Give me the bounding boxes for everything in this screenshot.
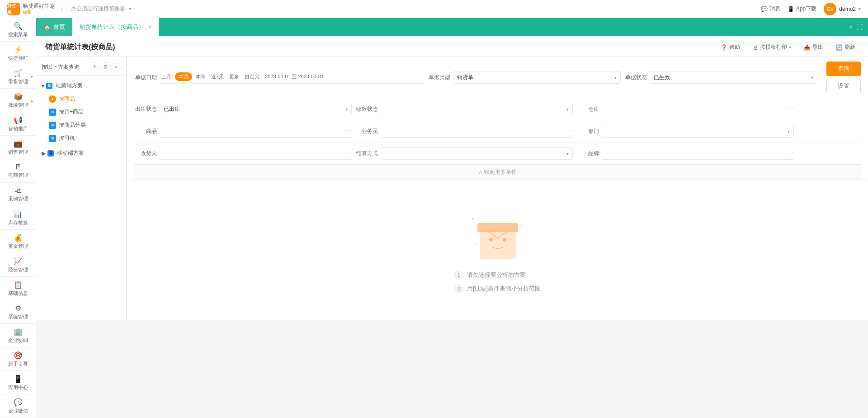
svg-text:✦: ✦ [519,223,523,228]
date-btn-this-month[interactable]: 本月 [175,72,192,81]
operations-icon: 📈 [14,257,23,266]
sidebar-item-ecommerce[interactable]: 🖥 电商管理 [0,159,36,183]
sidebar-item-label: 批发管理 [8,102,28,108]
fi-recipient-control[interactable]: ··· [160,147,352,160]
sidebar-item-retail[interactable]: 🛒 零售管理 ▾ [0,65,36,89]
sidebar-item-purchase[interactable]: 🛍 采购管理 [0,183,36,206]
app-subtitle: 标账 [23,10,55,15]
collapse-label: 收起更多条件 [484,169,517,175]
fi-doc-status-label: 单据状态 [624,74,647,81]
page-title: 销货单统计表(按商品) [45,43,115,52]
user-profile[interactable]: Ea demo2 ▾ [824,3,861,15]
fi-dept: 部门 ▾ [576,125,794,138]
marketing-icon: 📢 [14,116,23,124]
query-btn[interactable]: 查询 [826,62,861,76]
date-btn-7days[interactable]: 近7天 [209,72,226,81]
export-btn[interactable]: 📤 导出 [800,42,827,53]
fi-doc-type-control[interactable]: 销货单 ▾ [453,71,621,84]
scheme-item-by-month-product[interactable]: ⊞ 按月+商品 [36,105,126,119]
logo-icon: 好生意 [7,3,20,15]
scheme-item-by-category[interactable]: ⊞ 按商品分类 [36,119,126,132]
sidebar-item-finance[interactable]: 💰 资金管理 [0,230,36,253]
fi-doc-status-arrow: ▾ [811,75,813,80]
date-btn-last-month[interactable]: 上月 [160,72,173,81]
fi-product: 商品 ··· [134,125,352,138]
tab-home[interactable]: 🏠 首页 [36,18,72,36]
fi-product-control[interactable]: ··· [160,125,352,138]
message-btn[interactable]: 💬 消息 [761,5,780,13]
sidebar-item-label: 电商管理 [8,172,28,178]
sidebar-item-label: 库存核算 [8,220,28,226]
fi-warehouse-control[interactable]: ··· [602,103,794,115]
export-icon: 📤 [804,44,811,51]
sidebar-item-search-menu[interactable]: 🔍 搜索菜单 [0,18,36,42]
fi-out-status-arrow: ▾ [345,107,348,112]
date-btn-this-year[interactable]: 本年 [194,72,208,81]
sidebar-item-label: 营销推广 [8,126,28,132]
fi-settlement: 结算方式 ▾ [355,147,573,160]
scheme-settings-btn[interactable]: ⚙ [101,62,110,71]
main-layout: 🔍 搜索菜单 ⚡ 快捷导航 🛒 零售管理 ▾ 📦 批发管理 ▴ 📢 营销推广 💼… [0,18,868,418]
sidebar-item-operations[interactable]: 📈 经营管理 [0,253,36,277]
tab-maximize-btn[interactable]: ⛶ [856,24,863,31]
system-dropdown[interactable]: ▾ [129,6,132,12]
filter-row-1: 单据日期 上月 本月 本年 近7天 更多 自定义 2023-03-01 至 20… [134,57,861,98]
sidebar-item-newbie[interactable]: 🎯 新手引导 [0,347,36,371]
sidebar-item-inventory[interactable]: 📊 库存核算 [0,206,36,230]
tab-close-btn[interactable]: × [149,24,151,30]
fi-doc-status-control[interactable]: 已生效 ▾ [650,71,817,84]
export-label: 导出 [812,43,823,51]
sidebar-item-wholesale[interactable]: 📦 批发管理 ▴ [0,89,36,112]
fi-salesman-control[interactable]: ··· [381,125,573,138]
page-header: 销货单统计表(按商品) ❓ 帮助 🖨 按模板打印 ▾ 📤 导出 [36,36,868,57]
mobile-section-icon: 📱 [47,150,54,157]
tab-close-window-btn[interactable]: × [849,24,853,31]
fi-brand: 品牌 ··· [576,147,794,160]
main-body: 按以下方案查询 + ⚙ « ▾ 🖥 电脑端方案 [36,57,868,320]
fi-date-control[interactable]: 上月 本月 本年 近7天 更多 自定义 2023-03-01 至 2023-03… [160,71,424,84]
print-dropdown-icon: ▾ [789,45,791,50]
sidebar-item-sales[interactable]: 💼 销售管理 [0,136,36,159]
scheme-panel-title: 按以下方案查询 [42,63,80,71]
date-btn-more[interactable]: 更多 [227,72,241,81]
sidebar-item-marketing[interactable]: 📢 营销推广 [0,112,36,136]
help-btn[interactable]: ❓ 帮助 [717,42,744,53]
sidebar-item-system[interactable]: ⚙ 系统管理 [0,300,36,324]
system-name: 办公用品行业模拟账套 [71,5,125,13]
message-icon: 💬 [761,6,768,12]
fi-brand-dots: ··· [788,149,794,157]
app-center-icon: 📱 [14,375,23,383]
collapse-more-btn[interactable]: ∧ 收起更多条件 [134,164,861,180]
scheme-collapse-btn[interactable]: « [112,62,121,71]
scheme-item-by-product[interactable]: ● 按商品 [36,92,126,105]
avatar: Ea [824,3,836,15]
fi-dept-control[interactable]: ▾ [602,125,794,138]
sidebar-item-label: 零售管理 [8,79,28,85]
sidebar-item-wechat[interactable]: 💬 企业微信 [0,394,36,418]
sidebar-item-label: 企业微信 [8,408,28,414]
print-btn[interactable]: 🖨 按模板打印 ▾ [749,42,795,53]
fi-out-status-control[interactable]: 已出库 ▾ [160,103,352,115]
sidebar-item-label: 应用中心 [8,385,28,390]
help-icon: ❓ [721,44,727,51]
pc-section-icon: 🖥 [46,83,52,89]
settings-btn[interactable]: 设置 [826,79,861,93]
tab-active[interactable]: 销货单统计表（按商品） × [72,18,159,36]
scheme-add-btn[interactable]: + [90,62,99,71]
scheme-pc-section-header[interactable]: ▾ 🖥 电脑端方案 [36,79,126,92]
sidebar-item-label: 快捷导航 [8,55,28,61]
scheme-item-by-dept[interactable]: ⊞ 按司机 [36,132,126,145]
fi-settlement-control[interactable]: ▾ [381,147,573,160]
refresh-btn[interactable]: 🔄 刷新 [832,42,859,53]
fi-brand-control[interactable]: ··· [602,147,794,160]
scheme-mobile-section-header[interactable]: ▶ 📱 移动端方案 [36,147,126,160]
sidebar-item-app-center[interactable]: 📱 应用中心 [0,371,36,394]
sidebar-item-enterprise[interactable]: 🏢 企业协同 [0,324,36,347]
date-btn-custom[interactable]: 自定义 [243,72,261,81]
sidebar-item-quick-nav[interactable]: ⚡ 快捷导航 [0,42,36,65]
app-download-btn[interactable]: 📱 App下载 [788,5,816,13]
fi-settlement-label: 结算方式 [355,150,378,157]
refresh-label: 刷新 [844,43,855,51]
fi-receipt-status-control[interactable]: ▾ [381,103,573,115]
sidebar-item-basic[interactable]: 📋 基础信息 [0,277,36,300]
